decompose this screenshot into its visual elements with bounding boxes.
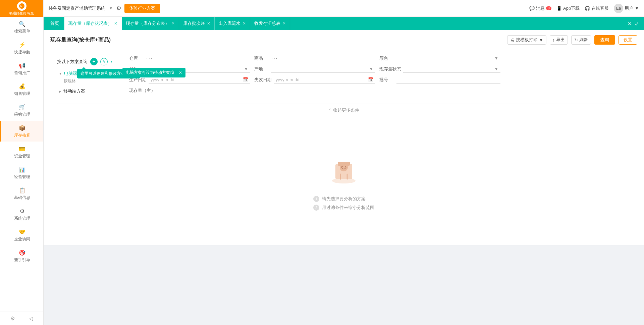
tab-close-inventory-status[interactable]: ✕ [114,21,117,26]
topbar-right: 💬 消息 9 📱 App下载 🎧 在线客服 Ea 用户 ▼ [529,4,639,13]
expire-calendar-icon[interactable]: 📅 [368,77,373,82]
color-dropdown-icon: ▼ [494,56,498,61]
produce-calendar-icon[interactable]: 📅 [243,77,248,82]
edit-scheme-button[interactable]: ✎ [100,58,108,65]
svg-point-6 [341,166,343,167]
sidebar-item-sales[interactable]: 💰 销售管理 [0,79,43,100]
add-scheme-button[interactable]: + [90,58,98,65]
scheme-tip-close[interactable]: ✕ [179,70,182,75]
filter-warehouse: 仓库 ··· [129,55,250,61]
tabbar-actions: ✕ ⤢ [624,20,642,27]
step-num-2: 2 [313,205,319,211]
sidebar-item-enterprise[interactable]: 🤝 企业协同 [0,225,43,246]
arrow-left-button[interactable]: ⟵ [110,58,118,65]
collapse-button[interactable]: ◁ [29,315,33,322]
settings-button[interactable]: ⚙ [10,315,15,322]
notice-item[interactable]: 💬 消息 9 [529,5,551,11]
qty-range: — [157,87,252,94]
page-header-actions: 🖨 按模板打印 ▼ ↑ 导出 ↻ 刷新 查询 设置 [507,35,637,45]
phone-icon: 📱 [556,6,562,11]
user-item[interactable]: Ea 用户 ▼ [614,4,639,13]
system-icon: ⚙ [18,207,26,215]
tab-inventory-distribution[interactable]: 现存量（库存分布表） ✕ [122,17,179,30]
filter-header: 按以下方案查询 + ✎ ⟵ 这里可以创建和修改方案哦 ✕ [57,58,118,65]
close-all-tabs-button[interactable]: ✕ [628,20,632,27]
expire-date-input[interactable]: yyyy-mm-dd 📅 [274,76,375,84]
warehouse-more-button[interactable]: ··· [146,55,153,61]
print-button[interactable]: 🖨 按模板打印 ▼ [507,35,546,45]
sidebar: 6 畅通好生意 标版 🔍 搜索菜单 ⚡ 快捷导航 📢 营销推广 💰 销售管理 🛒… [0,0,44,325]
inventory-status-select[interactable]: ▼ [403,65,500,73]
collapse-more-button[interactable]: ⌃ 收起更多条件 [57,104,631,117]
qty-min-input[interactable] [157,87,184,94]
filter-area: 按以下方案查询 + ✎ ⟵ 这里可以创建和修改方案哦 ✕ [50,50,637,122]
scheme-tip-popup: 电脑方案可设为移动方案哦 ✕ [122,68,185,77]
tab-inout-flow[interactable]: 出入库流水 ✕ [215,17,250,30]
expand-arrow-icon: ▼ [59,72,62,75]
filter-row-3: 生产日期 yyyy-mm-dd 📅 失效日期 yyyy-mm-dd [129,76,626,84]
sales-icon: 💰 [18,83,26,90]
tab-close-receive-send[interactable]: ✕ [282,21,286,26]
sidebar-item-basic[interactable]: 📋 基础信息 [0,183,43,204]
goods-more-button[interactable]: ··· [271,55,278,61]
sidebar-item-guide[interactable]: 🎯 新手引导 [0,246,43,266]
tab-home[interactable]: 首页 [45,17,64,30]
online-service-item[interactable]: 🎧 在线客服 [585,5,609,11]
empty-step-1: 1 请先选择要分析的方案 [313,196,374,202]
origin-dropdown-icon: ▼ [369,66,373,71]
sidebar-item-finance[interactable]: 💳 资金管理 [0,142,43,162]
size-dropdown-icon: ▼ [244,66,248,71]
print-icon: 🖨 [510,38,515,43]
sidebar-item-purchase[interactable]: 🛒 采购管理 [0,100,43,121]
headset-icon: 🎧 [585,6,590,11]
notice-badge: 9 [546,6,551,10]
filter-fields: 仓库 ··· 商品 ··· 颜色 ▼ [124,55,631,102]
color-select[interactable]: ▼ [396,55,500,62]
refresh-icon: ↻ [574,38,578,43]
filter-header-label: 按以下方案查询 [57,59,88,65]
refresh-button[interactable]: ↻ 刷新 [571,35,591,45]
tab-close-inout-flow[interactable]: ✕ [243,21,246,26]
sidebar-item-operation[interactable]: 📊 经营管理 [0,162,43,183]
sidebar-item-quicknav[interactable]: ⚡ 快捷导航 [0,38,43,58]
topbar: 装备及固定资产辅助管理系统 ▼ ⚙ 体验行业方案 💬 消息 9 📱 App下载 … [44,0,644,17]
sidebar-item-search[interactable]: 🔍 搜索菜单 [0,17,43,38]
search-button[interactable]: 查询 [594,35,615,45]
operation-icon: 📊 [18,166,26,173]
search-icon: 🔍 [18,20,26,28]
topbar-gear-icon[interactable]: ⚙ [116,5,121,11]
filter-row-4: 现存量（主） — [129,87,626,94]
svg-text:6: 6 [20,4,22,8]
step-num-1: 1 [313,196,319,202]
filter-inventory-status: 现存量状态 ▼ [379,65,500,73]
avatar: Ea [614,4,623,13]
content-inner: 现存量查询(按仓库+商品) 🖨 按模板打印 ▼ ↑ 导出 ↻ 刷新 [44,30,644,245]
scheme-sub-item[interactable]: 按规格 [64,77,124,85]
batch-input[interactable] [396,76,500,84]
expand-button[interactable]: ⤢ [635,20,639,27]
sidebar-item-inventory[interactable]: 📦 库存核算 [0,121,43,142]
qty-max-input[interactable] [191,87,218,94]
scheme-item-mobile[interactable]: ▶ 移动端方案 [59,87,124,95]
sidebar-item-system[interactable]: ⚙ 系统管理 [0,204,43,225]
sidebar-item-marketing[interactable]: 📢 营销推广 [0,58,43,79]
app-download-item[interactable]: 📱 App下载 [556,5,580,11]
filter-goods: 商品 ··· [254,55,375,61]
tab-receive-send[interactable]: 收发存汇总表 ✕ [250,17,290,30]
tab-batch-account[interactable]: 库存批次账 ✕ [179,17,215,30]
logo: 6 畅通好生意 标版 [0,0,43,17]
filter-row-1: 仓库 ··· 商品 ··· 颜色 ▼ [129,55,626,62]
filter-row-2: 尺码 ▼ 产地 ▼ [129,65,626,73]
svg-point-5 [340,163,348,171]
industry-btn[interactable]: 体验行业方案 [124,4,160,13]
tab-inventory-status[interactable]: 现存量（库存状况表） ✕ [64,17,122,30]
basic-icon: 📋 [18,186,26,194]
tab-close-inventory-distribution[interactable]: ✕ [171,21,175,26]
reset-button[interactable]: 设置 [619,35,637,45]
filter-batch: 批号 [379,76,500,84]
filter-expire-date: 失效日期 yyyy-mm-dd 📅 [254,76,375,84]
tab-close-batch-account[interactable]: ✕ [207,21,210,26]
origin-select[interactable]: ▼ [271,65,375,73]
system-dropdown-icon[interactable]: ▼ [109,6,113,11]
export-button[interactable]: ↑ 导出 [550,35,568,45]
